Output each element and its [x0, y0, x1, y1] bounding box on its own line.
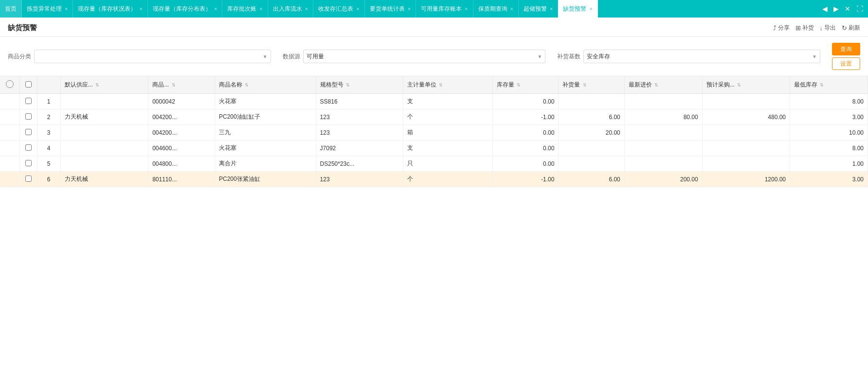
tab-current-stock-status[interactable]: 现存量（库存状况表） × [73, 0, 147, 18]
row-stock: -1.00 [492, 172, 558, 187]
row-checkbox-1[interactable] [25, 113, 32, 120]
row-checkbox-5[interactable] [25, 176, 32, 182]
tab-home[interactable]: 首页 [0, 0, 22, 18]
tab-overstock-warning[interactable]: 超储预警 × [519, 0, 558, 18]
sort-replenish-icon[interactable]: ⇅ [583, 83, 587, 88]
refresh-icon: ↻ [842, 24, 847, 32]
nav-close-button[interactable]: ✕ [842, 0, 853, 18]
row-est-purchase [702, 94, 790, 109]
close-tab-shortage[interactable]: × [589, 6, 592, 12]
tab-receipt-summary[interactable]: 收发存汇总表 × [313, 0, 364, 18]
row-gear [0, 156, 19, 172]
datasource-select[interactable]: 可用量 ▼ [303, 50, 546, 63]
datasource-select-value: 可用量 [307, 53, 324, 61]
row-checkbox-0[interactable] [25, 98, 32, 104]
filter-actions: 查询 设置 [832, 43, 860, 70]
sort-code-icon[interactable]: ⇅ [172, 83, 176, 88]
page-title: 缺货预警 [8, 23, 773, 33]
row-unit: 支 [403, 94, 492, 109]
nav-next-button[interactable]: ▶ [831, 0, 842, 18]
tab-batch-account[interactable]: 库存批次账 × [222, 0, 268, 18]
th-goods-code: 商品... ⇅ [148, 76, 215, 94]
row-supplier: 力天机械 [60, 172, 148, 187]
row-min-stock: 3.00 [790, 172, 868, 187]
settings-button[interactable]: 设置 [832, 57, 860, 70]
th-goods-name: 商品名称 ⇅ [215, 76, 316, 94]
sort-min-icon[interactable]: ⇅ [820, 83, 824, 88]
th-spec: 规格型号 ⇅ [316, 76, 403, 94]
row-index: 3 [37, 125, 60, 141]
row-spec: 123 [316, 172, 403, 187]
datasource-arrow: ▼ [537, 54, 542, 59]
row-index: 2 [37, 109, 60, 125]
refresh-button[interactable]: ↻ 刷新 [842, 24, 860, 32]
row-checkbox-3[interactable] [25, 144, 32, 151]
row-replenish [559, 141, 624, 156]
row-latest-price: 200.00 [624, 172, 702, 187]
th-gear [0, 76, 19, 94]
row-supplier [60, 94, 148, 109]
row-unit: 个 [403, 109, 492, 125]
row-est-purchase [702, 156, 790, 172]
row-check [19, 156, 37, 172]
export-button[interactable]: ↓ 导出 [820, 24, 836, 32]
nav-prev-button[interactable]: ◀ [819, 0, 831, 18]
tab-shortage-warning[interactable]: 缺货预警 × [558, 0, 597, 18]
row-goods-name: 离合片 [215, 156, 316, 172]
close-tab-inout[interactable]: × [305, 6, 308, 12]
th-latest-price: 最新进价 ⇅ [624, 76, 702, 94]
category-select[interactable]: ▼ [34, 50, 271, 63]
close-tab-picking[interactable]: × [65, 6, 68, 12]
tab-current-stock-dist[interactable]: 现存量（库存分布表） × [148, 0, 222, 18]
replenish-base-arrow: ▼ [812, 54, 817, 59]
close-tab-overstock[interactable]: × [550, 6, 553, 12]
table-container: 默认供应... ⇅ 商品... ⇅ 商品名称 ⇅ 规格型号 ⇅ [0, 76, 868, 187]
row-replenish: 6.00 [559, 109, 624, 125]
nav-fullscreen-button[interactable]: ⛶ [853, 0, 866, 18]
select-all-checkbox[interactable] [25, 81, 32, 88]
close-tab-stock-dist[interactable]: × [214, 6, 217, 12]
category-select-arrow: ▼ [263, 54, 268, 59]
tab-inout-flow[interactable]: 出入库流水 × [268, 0, 313, 18]
close-tab-batch[interactable]: × [259, 6, 262, 12]
row-est-purchase: 480.00 [702, 109, 790, 125]
row-goods-name: 三九 [215, 125, 316, 141]
sort-stock-icon[interactable]: ⇅ [517, 83, 521, 88]
row-unit: 箱 [403, 125, 492, 141]
row-supplier [60, 141, 148, 156]
row-min-stock: 1.00 [790, 156, 868, 172]
sort-price-icon[interactable]: ⇅ [654, 83, 658, 88]
row-supplier [60, 125, 148, 141]
row-replenish: 6.00 [559, 172, 624, 187]
close-tab-available[interactable]: × [465, 6, 468, 12]
row-spec: SS816 [316, 94, 403, 109]
filter-replenish-base: 补货基数 安全库存 ▼ [557, 50, 820, 63]
sort-unit-icon[interactable]: ⇅ [439, 83, 443, 88]
tab-expiry-query[interactable]: 保质期查询 × [473, 0, 519, 18]
row-latest-price [624, 94, 702, 109]
replenish-base-select[interactable]: 安全库存 ▼ [583, 50, 820, 63]
gear-settings-icon[interactable] [6, 80, 14, 88]
close-tab-order[interactable]: × [408, 6, 411, 12]
tab-picking-exception[interactable]: 拣货异常处理 × [22, 0, 73, 18]
sort-spec-icon[interactable]: ⇅ [346, 83, 350, 88]
row-unit: 个 [403, 172, 492, 187]
th-check [19, 76, 37, 94]
share-button[interactable]: ⤴ 分享 [773, 24, 790, 32]
tab-available-account[interactable]: 可用量库存账本 × [416, 0, 473, 18]
row-goods-code: 801110... [148, 172, 215, 187]
replenish-button[interactable]: ⊞ 补货 [796, 24, 814, 32]
close-tab-stock-status[interactable]: × [139, 6, 142, 12]
row-checkbox-4[interactable] [25, 160, 32, 166]
sort-name-icon[interactable]: ⇅ [245, 83, 249, 88]
filter-row: 商品分类 ▼ 数据源 可用量 ▼ 补货基数 安全库存 ▼ 查询 设置 [0, 37, 868, 76]
row-checkbox-2[interactable] [25, 129, 32, 135]
tab-order-stats[interactable]: 要货单统计表 × [365, 0, 416, 18]
row-replenish [559, 94, 624, 109]
th-replenish: 补货量 ⇅ [559, 76, 624, 94]
query-button[interactable]: 查询 [832, 43, 860, 55]
close-tab-expiry[interactable]: × [510, 6, 513, 12]
sort-supplier-icon[interactable]: ⇅ [95, 83, 99, 88]
sort-est-icon[interactable]: ⇅ [737, 83, 741, 88]
close-tab-receipt[interactable]: × [356, 6, 359, 12]
